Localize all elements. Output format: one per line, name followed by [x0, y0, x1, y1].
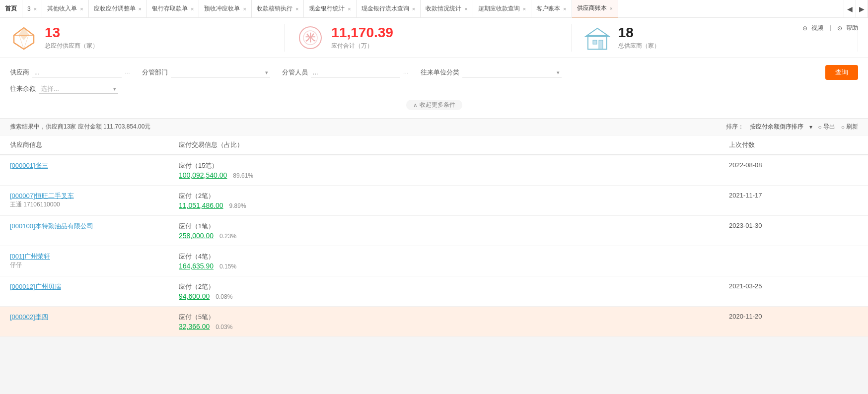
supplier-info-cell: [000012]广州贝瑞: [10, 282, 179, 291]
nav-tab-cash-bank-flow[interactable]: 现金银行流水查询 ×: [357, 0, 421, 18]
transaction-detail: 应付（4笔） 164,635.90 0.15%: [179, 252, 729, 270]
close-icon[interactable]: ×: [139, 6, 142, 12]
search-button[interactable]: 查询: [825, 65, 858, 80]
close-icon[interactable]: ×: [610, 5, 613, 11]
transaction-label: 应付（15笔）: [179, 161, 729, 170]
tab-label: 客户账本: [536, 4, 560, 13]
transaction-pct: 0.03%: [216, 324, 232, 330]
table-row[interactable]: [000012]广州贝瑞 应付（2笔） 94,600.00 0.08% 2021…: [0, 276, 868, 307]
close-icon[interactable]: ×: [191, 6, 194, 12]
transaction-detail: 应付（5笔） 32,366.00 0.03%: [179, 313, 729, 330]
transaction-amount[interactable]: 258,000.00: [179, 232, 214, 240]
transaction-row: 100,092,540.00 89.61%: [179, 171, 729, 179]
payable-suppliers-number: 13: [45, 25, 98, 41]
dept-select-wrapper: ▾: [171, 67, 270, 77]
svg-rect-11: [599, 40, 603, 49]
payable-amount-number: 11,170.39: [331, 25, 393, 41]
close-icon[interactable]: ×: [243, 6, 246, 12]
nav-tab-3[interactable]: 3 ×: [22, 0, 42, 18]
close-icon[interactable]: ×: [412, 6, 415, 12]
close-icon[interactable]: ×: [80, 6, 83, 12]
payable-suppliers-text: 13 总应付供应商（家）: [45, 25, 98, 50]
help-link[interactable]: 帮助: [846, 24, 858, 32]
transaction-row: 164,635.90 0.15%: [179, 262, 729, 270]
collapse-button[interactable]: ∧ 收起更多条件: [406, 100, 462, 110]
table-row[interactable]: [000001]张三 应付（15笔） 100,092,540.00 89.61%…: [0, 155, 868, 186]
export-circle-icon: ○: [818, 124, 822, 131]
supplier-info-cell: [000001]张三: [10, 161, 179, 170]
category-select-wrapper: ▾: [462, 67, 562, 77]
nav-tab-ar-ap-adjust[interactable]: 应收应付调整单 ×: [89, 0, 147, 18]
category-select[interactable]: [462, 67, 562, 77]
table-row[interactable]: [000002]李四 应付（5笔） 32,366.00 0.03% 2020-1…: [0, 307, 868, 337]
transaction-amount[interactable]: 164,635.90: [179, 262, 214, 270]
export-button[interactable]: ○ 导出: [818, 123, 835, 131]
filter-dept: 分管部门 ▾: [142, 67, 270, 77]
supplier-link[interactable]: [000012]广州贝瑞: [10, 282, 179, 291]
transaction-amount[interactable]: 32,366.00: [179, 323, 210, 330]
top-navigation: 首页 3 × 其他收入单 × 应收应付调整单 × 银行存取款单 × 预收冲应收单…: [0, 0, 868, 18]
close-icon[interactable]: ×: [34, 6, 37, 12]
close-icon[interactable]: ×: [348, 6, 351, 12]
payable-amount-text: 11,170.39 应付合计（万）: [331, 25, 393, 50]
supplier-link[interactable]: [000007]恒旺二手叉车: [10, 192, 179, 200]
balance-select[interactable]: 选择...: [39, 84, 118, 94]
sort-value[interactable]: 按应付余额倒序排序: [750, 123, 803, 131]
person-label: 分管人员: [282, 68, 308, 77]
transaction-label: 应付（4笔）: [179, 252, 729, 261]
table-row[interactable]: [001]广州荣轩 仔仔 应付（4笔） 164,635.90 0.15%: [0, 246, 868, 276]
transaction-amount[interactable]: 11,051,486.00: [179, 201, 223, 209]
supplier-sub: 王通 17106110000: [10, 201, 60, 208]
nav-tab-other-income[interactable]: 其他收入单 ×: [42, 0, 88, 18]
tab-label: 现金银行流水查询: [362, 4, 409, 13]
tab-label: 应收应付调整单: [94, 4, 136, 13]
filter-row-2: 往来余额 选择... ▾: [10, 84, 858, 94]
person-input[interactable]: [311, 67, 400, 77]
transaction-amount[interactable]: 94,600.00: [179, 292, 210, 300]
nav-tab-supplier-ledger[interactable]: 供应商账本 ×: [572, 0, 618, 18]
supplier-input[interactable]: [32, 67, 122, 77]
nav-tab-cash-bank-stat[interactable]: 现金银行统计 ×: [304, 0, 356, 18]
nav-tab-payment-verify[interactable]: 收款核销执行 ×: [252, 0, 304, 18]
nav-tab-prepaid[interactable]: 预收冲应收单 ×: [199, 0, 251, 18]
supplier-link[interactable]: [000002]李四: [10, 313, 179, 322]
col-header-lastpay: 上次付数: [729, 140, 828, 149]
nav-tab-payment-stat[interactable]: 收款情况统计 ×: [421, 0, 473, 18]
close-icon[interactable]: ×: [464, 6, 467, 12]
results-actions: 排序： 按应付余额倒序排序 ▾ ○ 导出 ○ 刷新: [726, 123, 859, 131]
col-header-transaction: 应付交易信息（占比）: [179, 140, 729, 149]
refresh-circle-icon: ○: [841, 124, 845, 131]
filter-area: 供应商 ··· 分管部门 ▾ 分管人员 ··· 往来单位分类: [0, 58, 868, 119]
transaction-amount[interactable]: 100,092,540.00: [179, 171, 227, 179]
supplier-link[interactable]: [000001]张三: [10, 161, 179, 170]
table-row[interactable]: [000007]恒旺二手叉车 王通 17106110000 应付（2笔） 11,…: [0, 186, 868, 216]
balance-select-wrapper: 选择... ▾: [39, 84, 118, 94]
transaction-pct: 0.15%: [219, 263, 236, 270]
supplier-info-cell: [000007]恒旺二手叉车 王通 17106110000: [10, 192, 179, 209]
chevron-up-icon: ∧: [413, 102, 418, 109]
nav-arrow-right[interactable]: ▶: [856, 0, 868, 18]
nav-tab-overdue-ar[interactable]: 超期应收款查询 ×: [473, 0, 531, 18]
supplier-info-cell: [000100]本特勤油品有限公司: [10, 222, 179, 231]
results-header: 搜索结果中，供应商13家 应付金额 111,703,854.00元 排序： 按应…: [0, 119, 868, 135]
nav-tab-home[interactable]: 首页: [0, 0, 22, 18]
close-icon[interactable]: ×: [295, 6, 298, 12]
transaction-detail: 应付（2笔） 94,600.00 0.08%: [179, 282, 729, 300]
nav-arrow-left[interactable]: ◀: [844, 0, 856, 18]
close-icon[interactable]: ×: [523, 6, 526, 12]
close-icon[interactable]: ×: [563, 6, 566, 12]
video-link[interactable]: 视频: [811, 24, 823, 32]
table-row[interactable]: [000100]本特勤油品有限公司 应付（1笔） 258,000.00 0.23…: [0, 216, 868, 246]
transaction-row: 94,600.00 0.08%: [179, 292, 729, 300]
sort-label: 排序：: [726, 123, 744, 131]
tab-label: 收款核销执行: [257, 4, 292, 13]
refresh-button[interactable]: ○ 刷新: [841, 123, 858, 131]
results-summary-text: 搜索结果中，供应商13家 应付金额 111,703,854.00元: [10, 123, 150, 131]
dept-select[interactable]: [171, 67, 270, 77]
nav-tab-customer-ledger[interactable]: 客户账本 ×: [531, 0, 572, 18]
nav-tab-bank-deposit[interactable]: 银行存取款单 ×: [147, 0, 199, 18]
supplier-link[interactable]: [000100]本特勤油品有限公司: [10, 222, 179, 231]
supplier-link[interactable]: [001]广州荣轩: [10, 252, 179, 261]
divider: ｜: [827, 24, 833, 32]
transaction-row: 11,051,486.00 9.89%: [179, 201, 729, 209]
